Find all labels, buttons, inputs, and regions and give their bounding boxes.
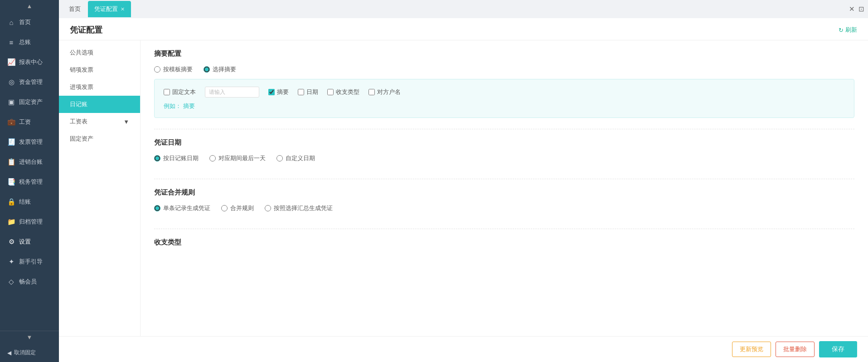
fixed-text-input[interactable] [205, 87, 259, 98]
member-icon: ◇ [7, 278, 15, 286]
summary-checkbox-group: 固定文本 摘要 日期 [164, 87, 845, 98]
voucher-date-radio-group: 按日记账日期 对应期间最后一天 自定义日期 [154, 154, 854, 162]
voucher-date-section: 凭证日期 按日记账日期 对应期间最后一天 自定义日期 [154, 138, 854, 179]
sidebar-item-funds[interactable]: ◎ 资金管理 [0, 72, 59, 92]
sidebar-item-guide[interactable]: ✦ 新手引导 [0, 252, 59, 272]
checkbox-date[interactable]: 日期 [298, 88, 318, 96]
voucher-date-title: 凭证日期 [154, 138, 854, 147]
left-nav-item-sales-invoice[interactable]: 销项发票 [59, 61, 140, 78]
page-header: 凭证配置 ↻ 刷新 [59, 18, 868, 40]
right-content: 摘要配置 按模板摘要 选择摘要 [141, 40, 868, 336]
sidebar-item-home[interactable]: ⌂ 首页 [0, 12, 59, 32]
settings-icon: ⚙ [7, 238, 15, 246]
bottom-toolbar: 更新预览 批量删除 保存 [59, 336, 868, 362]
left-nav-item-public[interactable]: 公共选项 [59, 44, 140, 61]
main-area: 首页 凭证配置 ✕ ✕ ⊡ 凭证配置 ↻ 刷新 公共选项 [59, 0, 868, 362]
income-type-title: 收支类型 [154, 238, 854, 247]
payroll-icon: 💼 [7, 118, 15, 126]
expand-icon: ▼ [123, 118, 129, 125]
summary-radio-template[interactable]: 按模板摘要 [154, 65, 193, 73]
sidebar-item-purchase-sale[interactable]: 📋 进销台账 [0, 152, 59, 172]
summary-example: 例如： 摘要 [164, 102, 845, 110]
tab-voucher-config[interactable]: 凭证配置 ✕ [88, 1, 131, 17]
sidebar-item-assets[interactable]: ▣ 固定资产 [0, 92, 59, 112]
sidebar-item-archive[interactable]: 📁 归档管理 [0, 212, 59, 232]
checkbox-income-type[interactable]: 收支类型 [327, 88, 359, 96]
tab-home[interactable]: 首页 [63, 1, 87, 17]
summary-title: 摘要配置 [154, 49, 854, 58]
checkbox-abstract[interactable]: 摘要 [268, 88, 289, 96]
invoice-mgmt-icon: 🧾 [7, 138, 15, 146]
tab-close-icon[interactable]: ✕ [121, 6, 125, 12]
radio-period-last[interactable]: 对应期间最后一天 [209, 154, 266, 162]
update-preview-button[interactable]: 更新预览 [732, 342, 771, 357]
left-nav-item-purchase-invoice[interactable]: 进项发票 [59, 78, 140, 96]
sidebar-item-settings[interactable]: ⚙ 设置 [0, 232, 59, 252]
tab-controls: ✕ ⊡ [849, 5, 864, 13]
radio-merge[interactable]: 合并规则 [221, 204, 254, 212]
merge-rule-radio-group: 单条记录生成凭证 合并规则 按照选择汇总生成凭证 [154, 204, 854, 212]
sidebar-item-tax[interactable]: 📑 税务管理 [0, 172, 59, 192]
checkbox-counterpart[interactable]: 对方户名 [369, 88, 401, 96]
purchase-sale-icon: 📋 [7, 158, 15, 166]
left-nav-item-journal[interactable]: 日记账 [59, 96, 140, 113]
sidebar: ▲ ⌂ 首页 ≡ 总账 📈 报表中心 ◎ 资金管理 ▣ 固定资产 💼 工资 🧾 … [0, 0, 59, 362]
body-wrap: 公共选项 销项发票 进项发票 日记账 工资表 ▼ 固定资产 [59, 40, 868, 336]
checkbox-fixed-text[interactable]: 固定文本 [164, 88, 196, 96]
summary-radio-group: 按模板摘要 选择摘要 [154, 65, 854, 73]
unfix-button[interactable]: ◀ 取消固定 [0, 343, 59, 362]
radio-select-summary[interactable]: 按照选择汇总生成凭证 [265, 204, 333, 212]
left-nav-item-payroll-table[interactable]: 工资表 ▼ [59, 113, 140, 130]
tab-bar: 首页 凭证配置 ✕ ✕ ⊡ [59, 0, 868, 18]
radio-journal-date[interactable]: 按日记账日期 [154, 154, 199, 162]
assets-icon: ▣ [7, 98, 15, 106]
archive-icon: 📁 [7, 218, 15, 226]
sidebar-item-ledger[interactable]: ≡ 总账 [0, 32, 59, 52]
tab-resize-button[interactable]: ⊡ [858, 5, 864, 13]
summary-config-box: 固定文本 摘要 日期 [154, 79, 854, 118]
sidebar-scroll-down[interactable]: ▼ [0, 331, 59, 343]
refresh-icon: ↻ [839, 27, 844, 34]
page-title: 凭证配置 [70, 24, 102, 35]
refresh-button[interactable]: ↻ 刷新 [839, 26, 857, 34]
sidebar-item-invoice-mgmt[interactable]: 🧾 发票管理 [0, 132, 59, 152]
guide-icon: ✦ [7, 258, 15, 266]
radio-custom-date[interactable]: 自定义日期 [276, 154, 315, 162]
summary-radio-select[interactable]: 选择摘要 [204, 65, 236, 73]
batch-delete-button[interactable]: 批量删除 [776, 342, 815, 357]
left-nav-item-fixed-assets[interactable]: 固定资产 [59, 130, 140, 147]
radio-single[interactable]: 单条记录生成凭证 [154, 204, 210, 212]
funds-icon: ◎ [7, 78, 15, 86]
merge-rule-title: 凭证合并规则 [154, 188, 854, 197]
summary-section: 摘要配置 按模板摘要 选择摘要 [154, 49, 854, 129]
tab-close-window-button[interactable]: ✕ [849, 5, 855, 13]
sidebar-item-closing[interactable]: 🔒 结账 [0, 192, 59, 212]
merge-rule-section: 凭证合并规则 单条记录生成凭证 合并规则 按照选择汇总生成凭证 [154, 188, 854, 229]
ledger-icon: ≡ [7, 39, 15, 46]
report-icon: 📈 [7, 58, 15, 66]
unfix-icon: ◀ [7, 350, 11, 356]
sidebar-bottom: ▼ ◀ 取消固定 [0, 331, 59, 362]
sidebar-item-report[interactable]: 📈 报表中心 [0, 52, 59, 72]
income-type-section: 收支类型 [154, 238, 854, 265]
save-button[interactable]: 保存 [819, 341, 857, 357]
left-nav: 公共选项 销项发票 进项发票 日记账 工资表 ▼ 固定资产 [59, 40, 141, 336]
closing-icon: 🔒 [7, 198, 15, 206]
sidebar-item-payroll[interactable]: 💼 工资 [0, 112, 59, 132]
content-wrap: 凭证配置 ↻ 刷新 公共选项 销项发票 进项发票 日记账 [59, 18, 868, 362]
tax-icon: 📑 [7, 178, 15, 186]
sidebar-item-member[interactable]: ◇ 畅会员 [0, 272, 59, 292]
sidebar-scroll-up[interactable]: ▲ [0, 0, 59, 12]
home-icon: ⌂ [7, 19, 15, 26]
